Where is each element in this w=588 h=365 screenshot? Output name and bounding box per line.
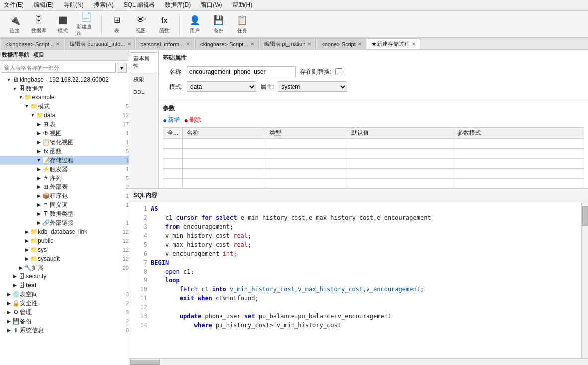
tab-1[interactable]: 编辑表 personal_info... ✕ [65,38,135,49]
menu-help[interactable]: 帮助(H) [230,0,255,10]
props-tab-basic[interactable]: 基本属性 [130,52,158,72]
security-db-icon: 🗄 [18,273,26,280]
tree-kdb[interactable]: ▶ 📁 kdb_database_link 12 [0,227,129,236]
tab-0[interactable]: <kingbase> Script... ✕ [1,38,64,49]
tree-tablespaces[interactable]: ▶ 💿 表空间 3 [0,290,129,299]
foreignlinks-arrow: ▶ [36,220,42,225]
tree-triggers[interactable]: ▶ ⚡ 触发器 1 [0,165,129,174]
params-title: 参数 [163,104,584,113]
nav-db-tab[interactable]: 数据库导航 [2,51,29,59]
toolbar-backup-button[interactable]: 💾 备份 [208,13,229,36]
toolbar-table-button[interactable]: ⊞ 表 [106,13,128,36]
tree-functions[interactable]: ▶ fx 函数 5 [0,147,129,156]
toolbar-connect-button[interactable]: 🔌 连接 [4,13,26,36]
col-default[interactable]: 默认值 [347,128,453,139]
foreignlinks-label: 外部链接 [50,219,124,227]
toolbar-schema-button[interactable]: ⬛ 模式 [52,13,74,36]
tab-3-close[interactable]: ✕ [250,41,254,47]
menu-sqleditor[interactable]: SQL 编辑器 [122,0,157,10]
col-type[interactable]: 类型 [265,128,347,139]
sql-line-8: 8 open c1; [133,267,584,276]
menu-nav[interactable]: 导航(N) [62,0,86,10]
schema-arrow: ▼ [24,104,30,109]
tree-foreigntables[interactable]: ▶ ⊞ 外部表 2 [0,182,129,191]
tree-schema[interactable]: ▼ 📁 模式 5 [0,102,129,111]
toolbar-view-button[interactable]: 👁 视图 [130,13,151,36]
toolbar-task-button[interactable]: 📋 任务 [231,13,253,36]
tab-5[interactable]: <none> Script ✕ [317,38,366,49]
tree-sequences[interactable]: ▶ # 序列 5 [0,174,129,182]
props-tab-permissions[interactable]: 权限 [130,73,158,86]
tab-4[interactable]: 编辑表 pi_mation ✕ [260,38,316,49]
tab-4-close[interactable]: ✕ [307,41,311,47]
name-input[interactable] [187,66,296,77]
sql-editor-wrap[interactable]: 1 AS 2 c1 cursor for select e_min_histor… [129,202,588,358]
sys-icon: 📁 [30,246,38,253]
tree-procedures[interactable]: ▼ 📝 存储过程 1 [0,156,129,165]
col-name[interactable]: 名称 [183,128,265,139]
functions-label: 函数 [50,147,124,156]
col-all[interactable]: 全... [163,128,183,139]
tab-6-close[interactable]: ✕ [412,41,416,47]
tab-5-close[interactable]: ✕ [358,41,362,47]
col-mode[interactable]: 参数模式 [453,128,584,139]
add-param-button[interactable]: ● 新增 [163,116,180,124]
tab-0-close[interactable]: ✕ [56,41,60,47]
sql-code-8: open c1; [151,267,194,276]
security-root-icon: 🔒 [12,300,20,307]
tree-packages[interactable]: ▶ 📦 程序包 1 [0,191,129,200]
tree-data[interactable]: ▼ 📁 data 12 [0,111,129,120]
tree-sys[interactable]: ▶ 📁 sys 12 [0,245,129,254]
sql-scrollbar-thumb [582,206,588,226]
tree-sysinfo[interactable]: ▶ ℹ 系统信息 8 [0,326,129,335]
menu-edit[interactable]: 编辑(E) [32,0,56,10]
sql-scrollbar-v[interactable] [581,202,588,358]
tree-foreignlinks[interactable]: ▶ 🔗 外部链接 1 [0,218,129,227]
del-param-button[interactable]: ● 删除 [184,116,201,124]
tree-synonyms[interactable]: ▶ ≡ 同义词 1 [0,200,129,209]
replace-checkbox[interactable] [335,68,342,75]
procedures-arrow: ▼ [36,158,42,163]
tree-example[interactable]: ▼ 📁 example [0,93,129,102]
owner-select[interactable]: system [278,81,347,92]
tree-backup[interactable]: ▶ 💾 备份 2 [0,317,129,326]
tree-public[interactable]: ▶ 📁 public 12 [0,236,129,245]
example-label: example [32,94,129,101]
tree-sysaudit[interactable]: ▶ 📁 sysaudit 12 [0,254,129,263]
nav-project-tab[interactable]: 项目 [33,51,44,59]
tab-6[interactable]: ★新建存储过程 ✕ [367,38,420,49]
sql-code-6: v_encouragement int; [151,249,237,258]
menu-search[interactable]: 搜索(A) [92,0,116,10]
tree-connection[interactable]: ▼ 🖥 kingbase - 192.168.22.128:60002 [0,75,129,84]
search-button[interactable]: ▼ [117,63,127,73]
tab-2[interactable]: personal_inform... ✕ [136,38,194,49]
toolbar-user-button[interactable]: 👤 用户 [184,13,206,36]
tree-security[interactable]: ▶ 🗄 security [0,272,129,281]
tab-1-close[interactable]: ✕ [127,41,131,47]
search-input[interactable] [2,63,116,73]
menubar: 文件(E) 编辑(E) 导航(N) 搜索(A) SQL 编辑器 数据库(D) 窗… [0,0,588,11]
left-panel-header: 数据库导航 项目 [0,50,129,61]
tree-test[interactable]: ▶ 🗄 test [0,281,129,290]
test-arrow: ▶ [12,283,18,288]
tab-2-close[interactable]: ✕ [186,41,190,47]
tree-databases[interactable]: ▼ 🗄 数据库 [0,84,129,93]
tree-security-root[interactable]: ▶ 🔒 安全性 2 [0,299,129,308]
tree-matviews[interactable]: ▶ 📋 物化视图 1 [0,138,129,147]
schema-select[interactable]: data [187,81,256,92]
tree-tables[interactable]: ▶ ⊞ 表 17 [0,120,129,129]
toolbar-database-button[interactable]: 🗄 数据库 [28,13,50,36]
toolbar-newquery-button[interactable]: 📄 新建查询 [75,13,97,36]
toolbar-function-button[interactable]: fx 函数 [153,13,175,36]
tree-extensions[interactable]: ▶ 🔧 扩展 20 [0,263,129,272]
sql-scrollbar-h[interactable] [129,358,588,365]
tree-views[interactable]: ▶ 👁 视图 1 [0,129,129,138]
tree-datatypes[interactable]: ▶ T 数据类型 [0,209,129,218]
tab-3[interactable]: <kingbase> Script... ✕ [195,38,258,49]
sql-editor[interactable]: 1 AS 2 c1 cursor for select e_min_histor… [129,202,588,332]
menu-file[interactable]: 文件(E) [2,0,26,10]
props-tab-ddl[interactable]: DDL [130,87,158,97]
tree-management[interactable]: ▶ ⚙ 管理 3 [0,308,129,317]
menu-database[interactable]: 数据库(D) [163,0,193,10]
menu-window[interactable]: 窗口(W) [199,0,224,10]
